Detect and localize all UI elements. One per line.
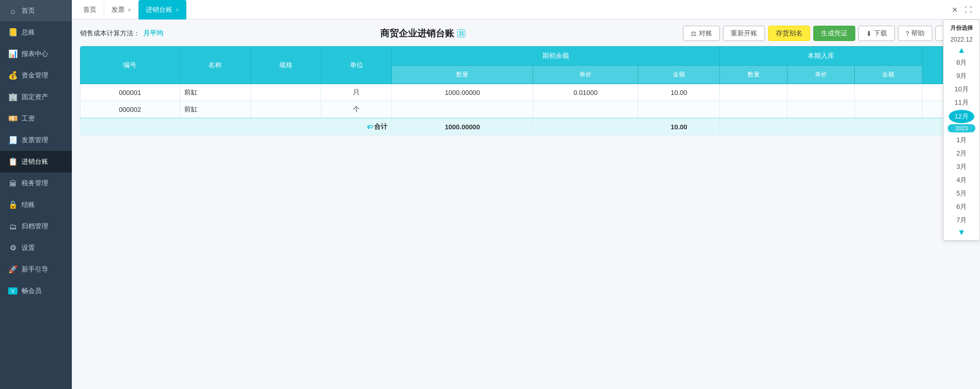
next-year-badge: 2023 [948, 124, 975, 132]
sidebar-item-tax-management[interactable]: 🏛 税务管理 [0, 172, 72, 194]
tab-home[interactable]: 首页 [76, 0, 104, 20]
save-alias-button[interactable]: 存货别名 [768, 26, 810, 41]
month-4[interactable]: 4月 [944, 173, 979, 187]
download-button[interactable]: ⬇ 下载 [858, 26, 895, 41]
tab-invoice-label: 发票 [111, 5, 125, 14]
current-year-label: 2022.12 [944, 34, 979, 45]
sidebar-item-home[interactable]: ⌂ 首页 [0, 0, 72, 22]
cell-opening-qty: 1000.00000 [392, 84, 533, 101]
sidebar-item-label: 总账 [22, 28, 35, 37]
tab-purchase-sales-label: 进销台账 [146, 5, 172, 14]
col-opening-price: 单价 [533, 66, 638, 84]
month-2[interactable]: 2月 [944, 147, 979, 160]
month-11[interactable]: 11月 [944, 96, 979, 109]
maximize-window-button[interactable]: ⛶ [963, 4, 974, 15]
cell-opening-price [533, 101, 638, 119]
fund-icon: 💰 [8, 71, 17, 80]
month-panel: 月份选择 2022.12 ▲ 8月 9月 10月 11月 12月 2023 1月… [943, 20, 980, 241]
sidebar-item-label: 固定资产 [22, 92, 48, 102]
cell-unit: 只 [321, 84, 392, 101]
total-icon: 🏷 [367, 124, 373, 130]
col-current-in: 本期入库 [720, 47, 922, 66]
sidebar-item-label: 新手引导 [22, 265, 48, 274]
table-wrapper: 编号 名称 规格 单位 期初余额 本期入库 数 数量 单价 金额 数量 单价 [80, 46, 972, 135]
month-12[interactable]: 12月 [949, 110, 974, 123]
sidebar-item-fund-management[interactable]: 💰 资金管理 [0, 65, 72, 86]
tab-purchase-sales-close[interactable]: × [175, 7, 179, 13]
month-6[interactable]: 6月 [944, 200, 979, 213]
cell-name: 前缸 [180, 101, 250, 119]
download-icon: ⬇ [866, 30, 872, 37]
month-nav-up[interactable]: ▲ [944, 45, 979, 56]
month-nav-down[interactable]: ▼ [944, 227, 979, 238]
toolbar: 销售成本计算方法： 月平均 商贸企业进销台账 目 ⚖ 对账 重新开账 存货别名 [80, 26, 972, 41]
close-window-button[interactable]: ✕ [949, 4, 961, 15]
cost-method-label: 销售成本计算方法： [80, 29, 140, 38]
report-icon: 📊 [8, 49, 17, 59]
sidebar-item-invoice-management[interactable]: 🧾 发票管理 [0, 129, 72, 151]
cell-in-price [787, 101, 854, 119]
info-icon[interactable]: 目 [457, 29, 465, 37]
col-unit: 单位 [321, 47, 392, 84]
month-8[interactable]: 8月 [944, 56, 979, 69]
sidebar-item-purchase-sales[interactable]: 📋 进销台账 [0, 151, 72, 172]
reconcile-button[interactable]: ⚖ 对账 [683, 26, 720, 41]
tab-invoice-close[interactable]: × [128, 7, 131, 13]
sidebar-item-member[interactable]: V 畅会员 [0, 280, 72, 302]
col-opening-qty: 数量 [392, 66, 533, 84]
sidebar-item-general-ledger[interactable]: 📒 总账 [0, 22, 72, 43]
total-label: 🏷合计 [81, 118, 392, 135]
sidebar-item-report-center[interactable]: 📊 报表中心 [0, 43, 72, 65]
tab-home-label: 首页 [83, 5, 96, 14]
cell-in-qty [720, 84, 787, 101]
tab-invoice[interactable]: 发票 × [104, 0, 139, 20]
cell-spec [250, 84, 321, 101]
sidebar-item-archive-management[interactable]: 🗂 归档管理 [0, 216, 72, 237]
help-button[interactable]: ? 帮助 [898, 26, 932, 41]
total-opening-amount: 10.00 [638, 118, 720, 135]
cell-in-qty [720, 101, 787, 119]
sidebar-item-settings[interactable]: ⚙ 设置 [0, 237, 72, 259]
cell-in-price [787, 84, 854, 101]
toolbar-left: 销售成本计算方法： 月平均 [80, 29, 163, 38]
archive-icon: 🗂 [8, 222, 17, 231]
fixed-assets-icon: 🏢 [8, 92, 17, 102]
table-row: 000002 前缸 个 [81, 101, 972, 119]
cell-opening-qty [392, 101, 533, 119]
sidebar-item-payroll[interactable]: 💴 工资 [0, 108, 72, 129]
cell-in-amount [855, 84, 922, 101]
content-area: 销售成本计算方法： 月平均 商贸企业进销台账 目 ⚖ 对账 重新开账 存货别名 [72, 20, 980, 389]
sidebar-item-label: 进销台账 [22, 157, 48, 166]
sidebar-item-label: 设置 [22, 243, 35, 252]
col-in-amount: 金额 [855, 66, 922, 84]
sidebar-item-label: 发票管理 [22, 135, 48, 145]
col-in-qty: 数量 [720, 66, 787, 84]
total-row: 🏷合计 1000.00000 10.00 [81, 118, 972, 135]
col-spec: 规格 [250, 47, 321, 84]
sidebar: ⌂ 首页 📒 总账 📊 报表中心 💰 资金管理 🏢 固定资产 💴 工资 🧾 发票… [0, 0, 72, 389]
cost-method-value: 月平均 [143, 29, 163, 38]
cell-in-amount [855, 101, 922, 119]
cell-name: 前缸 [180, 84, 250, 101]
month-7[interactable]: 7月 [944, 213, 979, 227]
data-table: 编号 名称 规格 单位 期初余额 本期入库 数 数量 单价 金额 数量 单价 [80, 46, 972, 135]
month-9[interactable]: 9月 [944, 69, 979, 83]
reopen-button[interactable]: 重新开账 [723, 26, 765, 41]
month-3[interactable]: 3月 [944, 160, 979, 173]
close-accounts-icon: 🔒 [8, 200, 17, 209]
reconcile-icon: ⚖ [691, 30, 697, 37]
month-1[interactable]: 1月 [944, 133, 979, 147]
sidebar-item-beginner-guide[interactable]: 🚀 新手引导 [0, 259, 72, 280]
payroll-icon: 💴 [8, 114, 17, 123]
sidebar-item-close-accounts[interactable]: 🔒 结账 [0, 194, 72, 216]
total-opening-qty: 1000.00000 [392, 118, 533, 135]
month-10[interactable]: 10月 [944, 83, 979, 96]
tab-purchase-sales[interactable]: 进销台账 × [139, 0, 186, 20]
toolbar-right: ⚖ 对账 重新开账 存货别名 生成凭证 ⬇ 下载 ? 帮助 [683, 26, 972, 41]
total-opening-price [533, 118, 638, 135]
sidebar-item-fixed-assets[interactable]: 🏢 固定资产 [0, 86, 72, 108]
month-5[interactable]: 5月 [944, 187, 979, 200]
member-icon: V [8, 287, 17, 295]
generate-voucher-button[interactable]: 生成凭证 [813, 26, 855, 41]
col-in-price: 单价 [787, 66, 854, 84]
